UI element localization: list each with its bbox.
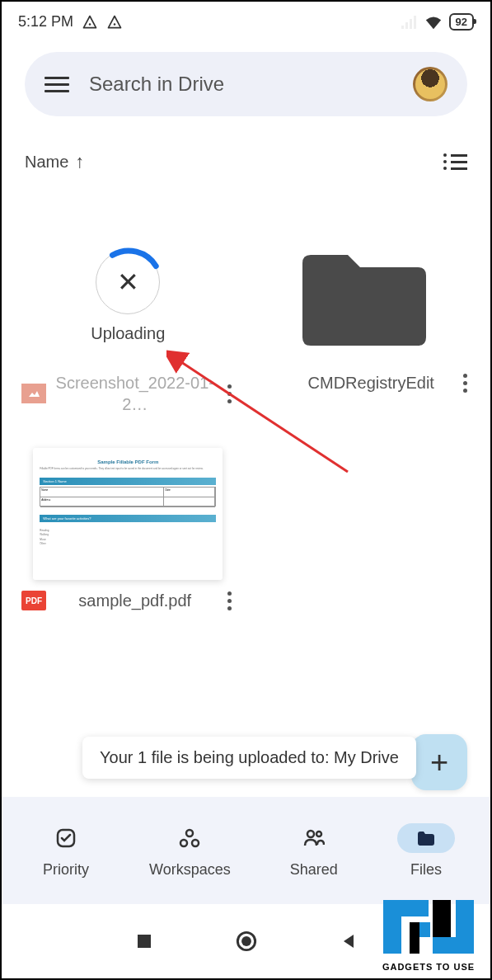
arrow-up-icon: ↑ <box>75 151 84 172</box>
sort-button[interactable]: Name ↑ <box>25 151 84 172</box>
nav-label: Shared <box>290 861 338 879</box>
more-options-icon[interactable] <box>224 384 235 403</box>
workspaces-icon <box>179 827 200 849</box>
svg-point-1 <box>114 23 116 26</box>
svg-rect-17 <box>138 935 151 948</box>
search-bar[interactable]: Search in Drive <box>25 52 467 116</box>
hamburger-menu-icon[interactable] <box>45 77 69 92</box>
svg-rect-27 <box>433 937 474 954</box>
plus-icon: + <box>430 745 448 780</box>
nav-priority[interactable]: Priority <box>29 815 103 887</box>
svg-point-15 <box>307 831 314 837</box>
file-name-label: Screenshot_2022-01-2… <box>54 372 216 415</box>
grid-item-folder[interactable]: CMDRegistryEdit <box>246 230 483 440</box>
priority-icon <box>55 827 77 849</box>
watermark-text: GADGETS TO USE <box>382 962 475 972</box>
svg-point-12 <box>186 830 193 836</box>
status-bar: 5:12 PM 92 <box>2 2 490 37</box>
back-button[interactable] <box>340 932 358 950</box>
avatar[interactable] <box>413 67 447 101</box>
signal-icon <box>401 16 418 29</box>
svg-point-6 <box>93 247 164 318</box>
upload-progress-circle[interactable]: ✕ <box>96 250 160 314</box>
warning-triangle-icon <box>106 14 123 31</box>
folder-icon <box>298 243 430 350</box>
grid-item-uploading[interactable]: ✕ Uploading Screenshot_2022-01-2… <box>10 230 246 440</box>
svg-rect-24 <box>410 922 419 954</box>
svg-rect-7 <box>26 388 41 399</box>
sort-bar: Name ↑ <box>2 125 490 181</box>
svg-rect-5 <box>414 16 416 29</box>
svg-point-13 <box>180 840 187 846</box>
more-options-icon[interactable] <box>224 591 235 610</box>
file-name-label: sample_pdf.pdf <box>54 590 216 611</box>
svg-rect-3 <box>405 22 408 29</box>
svg-rect-4 <box>410 19 412 29</box>
svg-rect-2 <box>401 26 404 29</box>
pdf-file-icon: PDF <box>21 591 46 610</box>
shared-icon <box>303 827 325 849</box>
fab-add-button[interactable]: + <box>411 734 467 790</box>
image-file-icon <box>21 384 46 403</box>
pdf-thumbnail: Sample Fillable PDF Form Fillable PDF fo… <box>33 448 223 580</box>
battery-indicator: 92 <box>449 13 474 31</box>
upload-toast: Your 1 file is being uploaded to: My Dri… <box>82 737 416 779</box>
nav-label: Workspaces <box>149 861 231 879</box>
recent-apps-button[interactable] <box>135 932 153 950</box>
svg-rect-22 <box>383 900 429 916</box>
svg-point-0 <box>89 23 91 26</box>
svg-marker-20 <box>344 935 354 948</box>
more-options-icon[interactable] <box>460 374 471 393</box>
status-time: 5:12 PM <box>18 13 73 31</box>
nav-workspaces[interactable]: Workspaces <box>141 815 239 887</box>
svg-point-14 <box>192 840 199 846</box>
search-placeholder: Search in Drive <box>89 73 393 96</box>
file-grid: ✕ Uploading Screenshot_2022-01-2… CMDReg… <box>2 181 490 636</box>
home-button[interactable] <box>236 931 257 952</box>
file-name-label: CMDRegistryEdit <box>291 372 452 393</box>
nav-label: Priority <box>43 861 89 879</box>
sort-label-text: Name <box>25 153 68 172</box>
svg-point-16 <box>316 832 321 836</box>
watermark: GADGETS TO USE <box>375 888 482 972</box>
list-view-toggle-icon[interactable] <box>443 153 467 170</box>
watermark-logo-icon <box>375 888 482 962</box>
svg-point-19 <box>241 936 251 946</box>
wifi-icon <box>424 15 443 30</box>
nav-shared[interactable]: Shared <box>277 815 351 887</box>
warning-triangle-icon <box>82 14 98 31</box>
nav-label: Files <box>410 861 442 879</box>
uploading-status-text: Uploading <box>91 324 165 343</box>
files-folder-icon <box>415 827 437 849</box>
grid-item-pdf[interactable]: Sample Fillable PDF Form Fillable PDF fo… <box>10 448 246 636</box>
nav-files[interactable]: Files <box>389 815 463 887</box>
